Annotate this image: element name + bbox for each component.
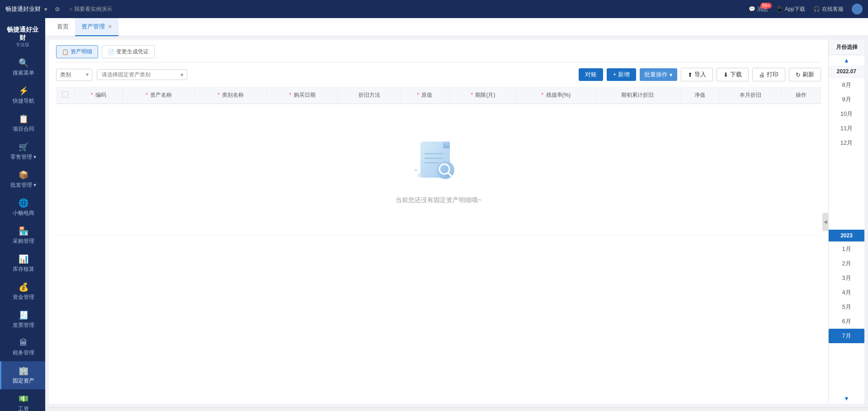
quick-nav-icon: ⚡	[19, 86, 28, 96]
toolbar: 类别 ▾ ▾ 对账 +	[56, 68, 821, 81]
month-item-12[interactable]: 12月	[829, 136, 864, 150]
app-download-button[interactable]: 📱 App下载	[776, 5, 805, 13]
purchase-icon: 🏪	[19, 226, 28, 236]
month-item-2023-4[interactable]: 4月	[829, 285, 864, 300]
sidebar-item-project[interactable]: 📋 项目合同	[0, 109, 45, 137]
tab-asset-mgmt[interactable]: 资产管理 ✕	[75, 18, 118, 36]
svg-point-9	[415, 169, 417, 171]
sidebar-item-retail[interactable]: 🛒 零售管理 ▾	[0, 137, 45, 165]
month-panel-header: 月份选择	[829, 40, 864, 55]
month-nav-up[interactable]: ▲	[829, 55, 864, 66]
company-dropdown-arrow[interactable]: ▾	[44, 6, 47, 13]
tab-bar: 首页 资产管理 ✕	[45, 18, 868, 36]
month-item-2023-2[interactable]: 2月	[829, 256, 864, 271]
company-name: 畅捷通好业财	[5, 5, 41, 13]
sidebar-item-inventory[interactable]: 📊 库存核算	[0, 250, 45, 278]
month-item-2023-7[interactable]: 7月	[829, 329, 864, 343]
project-icon: 📋	[19, 114, 28, 124]
fixed-assets-icon: 🏢	[19, 366, 28, 376]
select-all-checkbox[interactable]	[62, 91, 68, 98]
inventory-icon: 📊	[19, 254, 28, 264]
sidebar: 畅捷通好业财 专业版 🔍 搜索菜单 ⚡ 快捷导航 📋 项目合同 🛒 零售管理 ▾…	[0, 18, 45, 411]
month-item-2023-3[interactable]: 3月	[829, 271, 864, 285]
sidebar-item-search[interactable]: 🔍 搜索菜单	[0, 53, 45, 81]
month-item-8[interactable]: 8月	[829, 78, 864, 92]
tax-icon: 🏛	[19, 338, 28, 348]
phone-icon: 📱	[776, 6, 783, 12]
month-item-2023-6[interactable]: 6月	[829, 314, 864, 329]
subtab-asset-detail[interactable]: 📋 资产明细	[56, 45, 98, 58]
month-list-2022: 8月 9月 10月 11月 12月	[829, 78, 864, 230]
retail-icon: 🛒	[19, 142, 28, 152]
refresh-icon: ↻	[796, 71, 801, 78]
top-actions: 💬 消息 99+ 📱 App下载 🎧 在线客服	[749, 4, 863, 14]
download-icon: ⬇	[723, 71, 728, 78]
col-period: * 期限(月)	[449, 87, 517, 104]
message-badge: 99+	[760, 3, 772, 9]
empty-state: 当前您还没有固定资产明细哦~	[60, 108, 817, 231]
empty-illustration	[411, 135, 466, 189]
col-purchase-date: * 购买日期	[266, 87, 338, 104]
settings-icon[interactable]: ⚙	[55, 6, 60, 13]
batch-button[interactable]: 批量操作 ▾	[640, 68, 677, 81]
message-button[interactable]: 💬 消息 99+	[749, 5, 768, 13]
customer-service-button[interactable]: 🎧 在线客服	[813, 5, 844, 13]
month-item-10[interactable]: 10月	[829, 107, 864, 121]
month-item-9[interactable]: 9月	[829, 92, 864, 107]
month-item-2023-1[interactable]: 1月	[829, 242, 864, 256]
sidebar-item-fixed-assets[interactable]: 🏢 固定资产	[0, 361, 45, 389]
svg-rect-1	[443, 142, 450, 148]
toolbar-left: 类别 ▾ ▾	[56, 69, 574, 81]
finance-icon: 💰	[19, 282, 28, 292]
col-accumulated-depreciation: 期初累计折旧	[595, 87, 680, 104]
sidebar-item-purchase[interactable]: 🏪 采购管理	[0, 222, 45, 250]
sidebar-item-tax[interactable]: 🏛 税务管理	[0, 334, 45, 361]
user-menu[interactable]	[852, 4, 863, 14]
category-select[interactable]: 类别 ▾	[56, 69, 92, 81]
app-name: 畅捷通好业财	[5, 25, 41, 42]
month-panel-toggle[interactable]: ◀	[822, 213, 829, 231]
reconcile-button[interactable]: 对账	[579, 68, 603, 81]
ecommerce-icon: 🌐	[19, 198, 28, 208]
content-area: 首页 资产管理 ✕ 📋 资产明细 📄 变更生成凭证	[45, 18, 868, 411]
sidebar-item-quick-nav[interactable]: ⚡ 快捷导航	[0, 81, 45, 109]
col-monthly-depreciation: 本月折旧	[719, 87, 781, 104]
month-item-2023-5[interactable]: 5月	[829, 300, 864, 314]
col-net-value: 净值	[680, 87, 720, 104]
col-code: * 编码	[74, 87, 123, 104]
subtab-change-voucher[interactable]: 📄 变更生成凭证	[102, 45, 155, 58]
demo-link[interactable]: ○ 我要看实例演示	[69, 5, 112, 13]
page-content: 📋 资产明细 📄 变更生成凭证 类别 ▾	[49, 40, 864, 404]
sidebar-item-salary[interactable]: 💵 工资	[0, 389, 45, 411]
print-button[interactable]: 🖨 打印	[752, 68, 785, 81]
sidebar-item-ecommerce[interactable]: 🌐 小畅电商	[0, 194, 45, 222]
download-button[interactable]: ⬇ 下载	[717, 68, 749, 81]
sub-tabs: 📋 资产明细 📄 变更生成凭证	[56, 45, 821, 62]
sidebar-item-wholesale[interactable]: 📦 批发管理 ▾	[0, 165, 45, 194]
change-voucher-icon: 📄	[108, 49, 114, 55]
toolbar-right: 对账 + 新增 批量操作 ▾ ⬆ 导入	[579, 68, 821, 81]
category-input[interactable]	[97, 69, 187, 80]
invoice-icon: 🧾	[19, 310, 28, 320]
month-list-2023: 1月 2月 3月 4月 5月 6月 7月	[829, 242, 864, 394]
print-icon: 🖨	[759, 71, 765, 78]
col-checkbox	[56, 87, 74, 104]
month-item-11[interactable]: 11月	[829, 121, 864, 136]
month-nav-down[interactable]: ▼	[829, 393, 864, 404]
refresh-button[interactable]: ↻ 刷新	[789, 68, 821, 81]
bottom-scrollbar[interactable]	[45, 407, 868, 411]
sidebar-item-finance[interactable]: 💰 资金管理	[0, 278, 45, 306]
import-button[interactable]: ⬆ 导入	[681, 68, 713, 81]
sidebar-header: 畅捷通好业财 专业版	[0, 22, 45, 53]
sidebar-item-invoice[interactable]: 🧾 发票管理	[0, 306, 45, 334]
message-icon: 💬	[749, 6, 755, 12]
empty-text: 当前您还没有固定资产明细哦~	[396, 196, 481, 204]
main-layout: 畅捷通好业财 专业版 🔍 搜索菜单 ⚡ 快捷导航 📋 项目合同 🛒 零售管理 ▾…	[0, 18, 868, 411]
tab-close-asset-mgmt[interactable]: ✕	[108, 24, 112, 30]
year-2022-label: 2022.07	[829, 66, 864, 78]
tab-home[interactable]: 首页	[51, 18, 75, 36]
table-container: * 编码 * 资产名称 * 类别名称	[56, 87, 821, 398]
asset-table: * 编码 * 资产名称 * 类别名称	[56, 87, 821, 236]
add-button[interactable]: + 新增	[607, 68, 636, 81]
col-depreciation-method: 折旧方法	[338, 87, 400, 104]
